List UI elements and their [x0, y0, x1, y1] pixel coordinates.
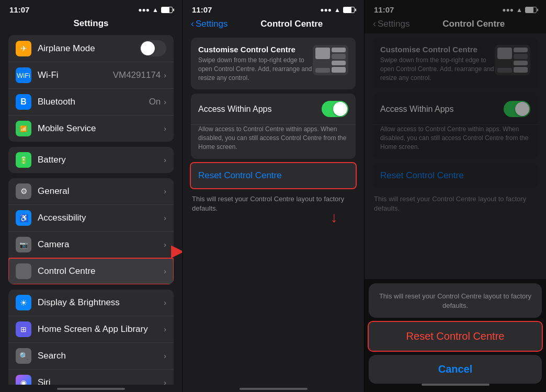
cc-back-label: Settings	[196, 19, 228, 29]
display-row[interactable]: ☀ Display & Brightness ›	[8, 290, 174, 316]
display-label: Display & Brightness	[38, 297, 164, 308]
status-time-2: 11:07	[192, 5, 212, 14]
reset-destructive-button[interactable]: Reset Control Centre	[369, 322, 542, 351]
accessibility-row[interactable]: ♿ Accessibility ›	[8, 205, 174, 232]
customise-title-3: Customise Control Centre	[380, 45, 495, 54]
status-icons-3: ●●● ▲	[502, 6, 537, 14]
customise-card: Customise Control Centre Swipe down from…	[191, 38, 356, 89]
battery-status-icon	[161, 7, 173, 13]
camera-row[interactable]: 📷 Camera ›	[8, 232, 174, 258]
mobile-chevron: ›	[164, 124, 166, 133]
general-label: General	[38, 186, 164, 197]
customise-desc-3: Swipe down from the top-right edge to op…	[380, 56, 495, 82]
cc-cell-1	[315, 48, 330, 59]
panel-settings: 11:07 ●●● ▲ Settings ✈ Airplane Mode WiF…	[0, 0, 182, 392]
reset-control-centre-btn[interactable]: Reset Control Centre	[191, 163, 356, 188]
signal-icon: ●●●	[138, 6, 150, 14]
panel-dimmed-content: 11:07 ●●● ▲ ‹ Settings Control Centre Cu…	[365, 0, 546, 217]
access-label-3: Access Within Apps	[380, 105, 504, 114]
customise-card-row: Customise Control Centre Swipe down from…	[198, 45, 348, 82]
siri-row[interactable]: ◉ Siri ›	[8, 370, 174, 385]
mobile-service-row[interactable]: 📶 Mobile Service ›	[8, 116, 174, 142]
panel-control-centre-action: 11:07 ●●● ▲ ‹ Settings Control Centre Cu…	[364, 0, 546, 392]
display-chevron: ›	[164, 298, 166, 307]
settings-title: Settings	[8, 18, 174, 29]
action-sheet-msg-text: This will reset your Control Centre layo…	[376, 292, 534, 310]
control-centre-chevron: ›	[164, 267, 166, 275]
bluetooth-chevron: ›	[164, 98, 166, 106]
cc-cell-6	[332, 67, 346, 73]
status-icons-2: ●●● ▲	[320, 6, 355, 14]
display-icon: ☀	[16, 295, 31, 310]
cc3-cell-4	[514, 61, 528, 65]
signal-icon-2: ●●●	[320, 6, 332, 14]
personal-group: ☀ Display & Brightness › ⊞ Home Screen &…	[8, 290, 174, 385]
airplane-toggle[interactable]	[140, 40, 166, 56]
reset-destructive-label: Reset Control Centre	[406, 330, 505, 342]
airplane-label: Airplane Mode	[38, 43, 140, 54]
cc3-cell-1	[497, 48, 512, 59]
cc3-back-label: Settings	[378, 19, 410, 29]
control-centre-label: Control Centre	[38, 266, 164, 276]
customise-desc: Swipe down from the top-right edge to op…	[198, 56, 313, 82]
wifi-value: VM4291174	[113, 70, 161, 80]
cc3-cell-5	[497, 68, 512, 73]
access-toggle[interactable]	[322, 101, 348, 117]
battery-chevron: ›	[164, 156, 166, 164]
home-screen-icon: ⊞	[16, 321, 31, 337]
reset-section-3: Reset Control Centre This will reset you…	[373, 163, 538, 213]
customise-card-inner-3: Customise Control Centre Swipe down from…	[373, 38, 538, 89]
cc-graphic-3	[495, 45, 530, 75]
mobile-label: Mobile Service	[38, 123, 164, 134]
wifi-status-icon: ▲	[152, 6, 158, 14]
customise-card-row-3: Customise Control Centre Swipe down from…	[380, 45, 530, 82]
search-label: Search	[38, 351, 164, 361]
battery-row[interactable]: 🔋 Battery ›	[8, 147, 174, 173]
siri-chevron: ›	[164, 378, 166, 385]
cc-cell-4	[332, 61, 346, 65]
panel-control-centre: 11:07 ●●● ▲ ‹ Settings Control Centre Cu…	[182, 0, 364, 392]
cc-cell-3	[332, 54, 346, 59]
cc-scroll[interactable]: Customise Control Centre Swipe down from…	[183, 33, 364, 385]
access-within-row-3: Access Within Apps	[373, 94, 538, 125]
camera-icon: 📷	[16, 237, 31, 252]
search-row[interactable]: 🔍 Search ›	[8, 343, 174, 370]
battery-status-icon-2	[343, 7, 355, 13]
status-icons-1: ●●● ▲	[138, 6, 173, 14]
control-centre-row[interactable]: Control Centre ›	[8, 258, 174, 284]
home-indicator-3	[422, 384, 490, 386]
battery-group: 🔋 Battery ›	[8, 147, 174, 173]
cc-back-chevron: ‹	[191, 18, 194, 29]
cc3-back-chevron: ‹	[373, 18, 376, 29]
battery-icon-row: 🔋	[16, 152, 31, 168]
system-group: ⚙ General › ♿ Accessibility › 📷 Camera ›	[8, 178, 174, 284]
settings-scroll[interactable]: ✈ Airplane Mode WiFi Wi-Fi VM4291174 › B…	[0, 33, 182, 385]
bluetooth-row[interactable]: B Bluetooth On ›	[8, 89, 174, 116]
cc-back-button[interactable]: ‹ Settings	[191, 18, 228, 29]
home-screen-row[interactable]: ⊞ Home Screen & App Library ›	[8, 316, 174, 343]
access-card-3: Access Within Apps Allow access to Contr…	[373, 94, 538, 158]
wifi-status-icon-2: ▲	[334, 6, 340, 14]
customise-text-3: Customise Control Centre Swipe down from…	[380, 45, 495, 82]
general-icon: ⚙	[16, 183, 31, 199]
cc-nav: ‹ Settings Control Centre	[183, 16, 364, 33]
reset-btn-label: Reset Control Centre	[198, 170, 348, 181]
general-row[interactable]: ⚙ General ›	[8, 178, 174, 205]
cancel-button[interactable]: Cancel	[369, 355, 542, 384]
cc-title: Control Centre	[228, 19, 356, 29]
access-within-row[interactable]: Access Within Apps	[191, 94, 356, 125]
camera-chevron: ›	[164, 240, 166, 249]
accessibility-icon: ♿	[16, 210, 31, 226]
access-toggle-3	[504, 101, 530, 117]
signal-icon-3: ●●●	[502, 6, 514, 14]
cc3-cell-6	[514, 67, 528, 73]
wifi-row[interactable]: WiFi Wi-Fi VM4291174 ›	[8, 62, 174, 89]
home-screen-label: Home Screen & App Library	[38, 324, 164, 335]
reset-btn-label-3: Reset Control Centre	[380, 170, 530, 181]
reset-desc: This will reset your Control Centre layo…	[191, 191, 356, 213]
airplane-mode-row[interactable]: ✈ Airplane Mode	[8, 35, 174, 62]
battery-status-icon-3	[525, 7, 537, 13]
accessibility-chevron: ›	[164, 214, 166, 222]
cc3-back-button[interactable]: ‹ Settings	[373, 18, 410, 29]
battery-label: Battery	[38, 155, 164, 165]
